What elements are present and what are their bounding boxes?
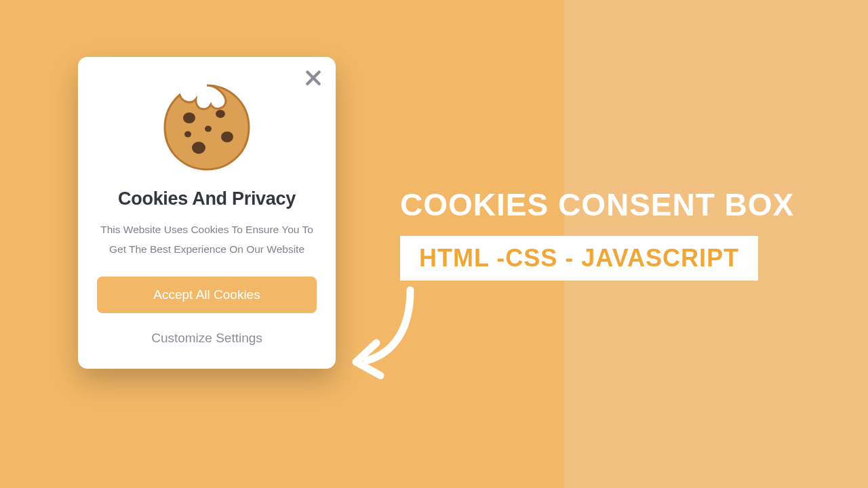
svg-point-5 (192, 142, 205, 154)
svg-point-2 (183, 113, 195, 123)
svg-point-7 (205, 126, 212, 132)
svg-point-3 (216, 110, 225, 118)
cookie-icon (159, 80, 254, 175)
accept-all-cookies-button[interactable]: Accept All Cookies (97, 277, 317, 313)
arrow-icon (348, 290, 416, 382)
customize-settings-button[interactable]: Customize Settings (97, 327, 317, 348)
cookie-consent-box: Cookies And Privacy This Website Uses Co… (78, 57, 336, 369)
svg-point-4 (221, 131, 233, 142)
page-headline: COOKIES CONSENT BOX (400, 186, 794, 223)
consent-title: Cookies And Privacy (118, 188, 296, 209)
consent-description: This Website Uses Cookies To Ensure You … (97, 220, 317, 259)
close-icon[interactable] (304, 69, 322, 87)
svg-point-6 (184, 131, 191, 138)
page-subheadline: HTML -CSS - JAVASCRIPT (400, 236, 758, 281)
